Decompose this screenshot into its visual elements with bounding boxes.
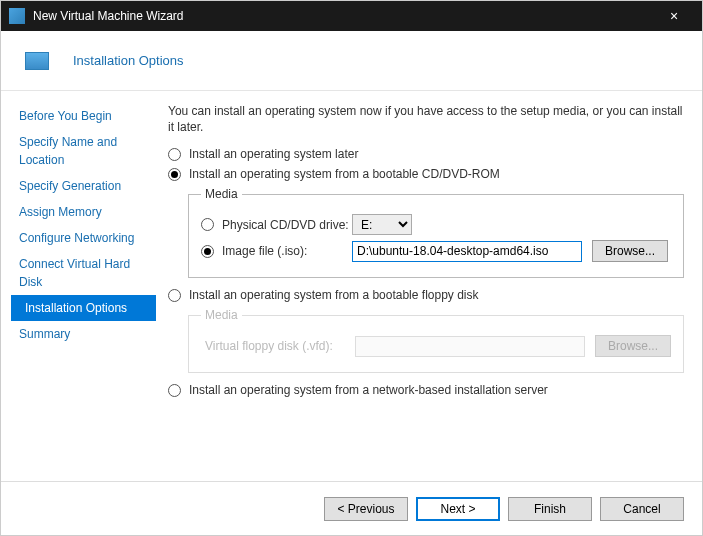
browse-vfd-button: Browse...	[595, 335, 671, 357]
content-pane: You can install an operating system now …	[156, 91, 702, 481]
media-group-cd: Media Physical CD/DVD drive: E: Image fi…	[188, 187, 684, 278]
step-summary[interactable]: Summary	[11, 321, 156, 347]
media-legend: Media	[201, 308, 242, 322]
page-icon	[25, 52, 49, 70]
step-before-you-begin[interactable]: Before You Begin	[11, 103, 156, 129]
step-specify-generation[interactable]: Specify Generation	[11, 173, 156, 199]
option-install-network[interactable]: Install an operating system from a netwo…	[168, 383, 684, 397]
wizard-footer: < Previous Next > Finish Cancel	[1, 481, 702, 535]
physical-drive-select[interactable]: E:	[352, 214, 412, 235]
step-assign-memory[interactable]: Assign Memory	[11, 199, 156, 225]
image-file-input[interactable]	[352, 241, 582, 262]
step-installation-options[interactable]: Installation Options	[11, 295, 156, 321]
option-physical-drive[interactable]: Physical CD/DVD drive: E:	[201, 214, 671, 235]
radio-icon[interactable]	[168, 384, 181, 397]
vfd-input	[355, 336, 585, 357]
radio-icon[interactable]	[201, 218, 214, 231]
physical-drive-label: Physical CD/DVD drive:	[222, 218, 352, 232]
option-image-file[interactable]: Image file (.iso): Browse...	[201, 240, 671, 262]
media-group-floppy: Media Virtual floppy disk (.vfd): Browse…	[188, 308, 684, 373]
finish-button[interactable]: Finish	[508, 497, 592, 521]
browse-iso-button[interactable]: Browse...	[592, 240, 668, 262]
option-label: Install an operating system from a netwo…	[189, 383, 548, 397]
close-icon[interactable]: ×	[654, 8, 694, 24]
radio-icon[interactable]	[201, 245, 214, 258]
radio-icon[interactable]	[168, 148, 181, 161]
wizard-steps-sidebar: Before You Begin Specify Name and Locati…	[1, 91, 156, 481]
radio-icon[interactable]	[168, 168, 181, 181]
step-configure-networking[interactable]: Configure Networking	[11, 225, 156, 251]
option-install-cd[interactable]: Install an operating system from a boota…	[168, 167, 684, 181]
cancel-button[interactable]: Cancel	[600, 497, 684, 521]
step-specify-name[interactable]: Specify Name and Location	[11, 129, 156, 173]
option-label: Install an operating system from a boota…	[189, 167, 500, 181]
image-file-label: Image file (.iso):	[222, 244, 352, 258]
option-label: Install an operating system from a boota…	[189, 288, 479, 302]
header: Installation Options	[1, 31, 702, 91]
vfd-label: Virtual floppy disk (.vfd):	[205, 339, 355, 353]
radio-icon[interactable]	[168, 289, 181, 302]
titlebar: New Virtual Machine Wizard ×	[1, 1, 702, 31]
option-install-floppy[interactable]: Install an operating system from a boota…	[168, 288, 684, 302]
step-connect-vhd[interactable]: Connect Virtual Hard Disk	[11, 251, 156, 295]
previous-button[interactable]: < Previous	[324, 497, 408, 521]
option-install-later[interactable]: Install an operating system later	[168, 147, 684, 161]
option-label: Install an operating system later	[189, 147, 358, 161]
wizard-icon	[9, 8, 25, 24]
media-legend: Media	[201, 187, 242, 201]
window-title: New Virtual Machine Wizard	[33, 9, 654, 23]
intro-text: You can install an operating system now …	[168, 103, 684, 135]
next-button[interactable]: Next >	[416, 497, 500, 521]
page-title: Installation Options	[73, 53, 184, 68]
